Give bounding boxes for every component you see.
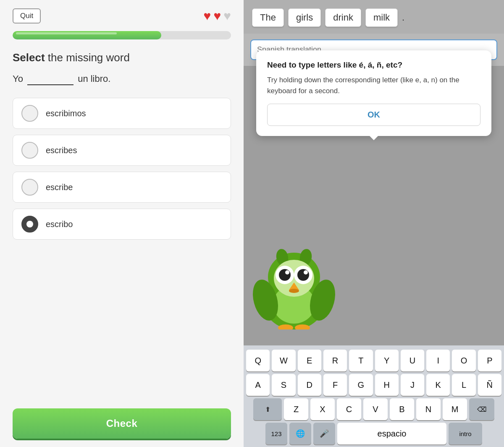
sentence: Yo un libro. — [13, 73, 231, 85]
check-button[interactable]: Check — [13, 408, 231, 439]
word-dot: . — [402, 12, 404, 23]
keyboard-row-1: Q W E R T Y U I O P — [246, 350, 501, 371]
key-c[interactable]: C — [337, 398, 361, 420]
key-shift[interactable]: ⬆ — [253, 398, 282, 420]
key-u[interactable]: U — [401, 350, 424, 371]
key-mic[interactable]: 🎤 — [313, 423, 335, 444]
key-x[interactable]: X — [310, 398, 335, 420]
left-panel: Quit ♥ ♥ ♥ Select the missing word Yo un… — [0, 0, 244, 447]
keyboard: Q W E R T Y U I O P A S D F G H J K L Ñ … — [244, 345, 504, 447]
owl-mascot — [252, 246, 336, 329]
key-backspace[interactable]: ⌫ — [469, 398, 494, 420]
tooltip-ok-button[interactable]: OK — [267, 104, 480, 126]
radio-escribe — [21, 179, 38, 196]
option-label-escribe: escribe — [46, 183, 73, 192]
key-numeric[interactable]: 123 — [265, 423, 287, 444]
key-l[interactable]: L — [452, 374, 475, 396]
option-label-escribimos: escribimos — [46, 109, 86, 118]
key-z[interactable]: Z — [284, 398, 308, 420]
option-label-escribes: escribes — [46, 146, 77, 155]
key-m[interactable]: M — [443, 398, 467, 420]
key-q[interactable]: Q — [246, 350, 270, 371]
key-v[interactable]: V — [363, 398, 388, 420]
key-d[interactable]: D — [298, 374, 321, 396]
key-s[interactable]: S — [272, 374, 295, 396]
key-o[interactable]: O — [452, 350, 475, 371]
radio-escribimos — [21, 105, 38, 122]
header-row: Quit ♥ ♥ ♥ — [13, 8, 231, 24]
key-n[interactable]: N — [416, 398, 441, 420]
sentence-after: un libro. — [78, 73, 110, 84]
sentence-area: The girls drink milk . — [244, 0, 504, 34]
key-w[interactable]: W — [272, 350, 295, 371]
key-k[interactable]: K — [426, 374, 450, 396]
sentence-before: Yo — [13, 73, 23, 84]
option-escribes[interactable]: escribes — [13, 135, 231, 166]
radio-escribes — [21, 142, 38, 159]
svg-point-15 — [289, 289, 299, 293]
instruction-bold: Select — [13, 51, 45, 64]
key-h[interactable]: H — [375, 374, 399, 396]
word-chip-girls: girls — [288, 8, 321, 27]
option-escribo[interactable]: escribo — [13, 209, 231, 240]
word-chip-milk: milk — [365, 8, 398, 27]
sentence-blank — [27, 73, 74, 85]
key-i[interactable]: I — [426, 350, 450, 371]
instruction-text: Select the missing word — [13, 51, 231, 64]
progress-bar-fill — [13, 31, 161, 39]
heart-3: ♥ — [223, 9, 231, 23]
svg-point-12 — [285, 270, 289, 274]
word-chip-drink: drink — [325, 8, 361, 27]
svg-point-13 — [304, 270, 308, 274]
key-g[interactable]: G — [349, 374, 373, 396]
svg-point-11 — [297, 269, 309, 281]
key-intro[interactable]: intro — [449, 423, 482, 444]
key-e[interactable]: E — [298, 350, 321, 371]
key-n-tilde[interactable]: Ñ — [478, 374, 501, 396]
heart-2: ♥ — [213, 9, 221, 23]
keyboard-row-2: A S D F G H J K L Ñ — [246, 374, 501, 396]
key-a[interactable]: A — [246, 374, 270, 396]
key-espacio[interactable]: espacio — [337, 423, 446, 444]
key-globe[interactable]: 🌐 — [289, 423, 311, 444]
key-f[interactable]: F — [323, 374, 347, 396]
radio-escribo — [21, 216, 38, 233]
option-label-escribo: escribo — [46, 220, 73, 229]
keyboard-bottom-row: 123 🌐 🎤 espacio intro — [246, 423, 501, 444]
word-chip-the: The — [252, 8, 284, 27]
key-t[interactable]: T — [349, 350, 373, 371]
right-panel: The girls drink milk . Need to type lett… — [244, 0, 504, 447]
tooltip-title: Need to type letters like é, á, ñ, etc? — [267, 60, 480, 70]
word-chips: The girls drink milk . — [252, 8, 496, 27]
hearts-container: ♥ ♥ ♥ — [204, 9, 231, 23]
heart-1: ♥ — [204, 9, 211, 23]
tooltip-popup: Need to type letters like é, á, ñ, etc? … — [256, 50, 491, 136]
option-escribe[interactable]: escribe — [13, 172, 231, 203]
key-j[interactable]: J — [401, 374, 424, 396]
key-y[interactable]: Y — [375, 350, 399, 371]
instruction-rest: the missing word — [45, 51, 130, 64]
tooltip-body: Try holding down the corresponding lette… — [267, 75, 480, 96]
svg-point-10 — [279, 269, 291, 281]
key-r[interactable]: R — [323, 350, 347, 371]
quit-button[interactable]: Quit — [13, 8, 41, 24]
progress-bar-container — [13, 31, 231, 39]
keyboard-row-3: ⬆ Z X C V B N M ⌫ — [246, 398, 501, 420]
option-escribimos[interactable]: escribimos — [13, 98, 231, 129]
key-b[interactable]: B — [390, 398, 414, 420]
options-list: escribimos escribes escribe escribo — [13, 98, 231, 400]
key-p[interactable]: P — [478, 350, 501, 371]
